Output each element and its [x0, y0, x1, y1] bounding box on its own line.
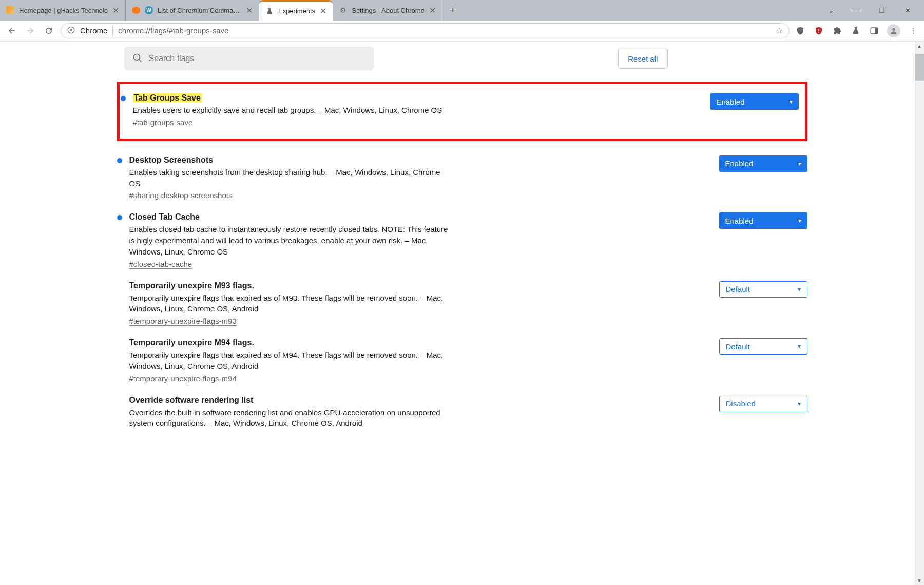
flag-row: Desktop ScreenshotsEnables taking screen…	[117, 149, 807, 207]
site-chip: Chrome	[80, 26, 107, 35]
flag-dot-col	[117, 338, 124, 383]
flag-dot-col	[117, 281, 124, 326]
toolbar-right-icons: ⋮	[795, 24, 919, 37]
chevron-down-icon: ▾	[798, 400, 801, 407]
chevron-down-icon: ▾	[798, 160, 801, 167]
tab-ghacks[interactable]: Homepage | gHacks Technolo ✕	[0, 0, 126, 21]
flag-description: Enables closed tab cache to instantaneou…	[129, 224, 451, 257]
tab-title: Experiments	[278, 7, 315, 15]
flag-hash-link[interactable]: #tab-groups-save	[133, 118, 193, 127]
window-controls: ⌄ ― ❐ ✕	[817, 7, 921, 14]
minimize-button[interactable]: ―	[850, 7, 862, 14]
flag-state-value: Enabled	[725, 217, 754, 225]
flag-info: Closed Tab CacheEnables closed tab cache…	[117, 212, 451, 268]
scroll-down-button[interactable]: ▼	[915, 576, 924, 585]
flags-list: Tab Groups SaveEnables users to explicit…	[117, 75, 807, 435]
flag-dot-col	[117, 396, 124, 430]
flag-state-select[interactable]: Enabled▾	[710, 93, 799, 110]
flag-info: Override software rendering listOverride…	[117, 396, 451, 430]
new-tab-button[interactable]: +	[445, 5, 460, 16]
svg-point-5	[133, 54, 140, 60]
flag-info: Temporarily unexpire M94 flags.Temporari…	[117, 338, 451, 383]
maximize-button[interactable]: ❐	[876, 7, 888, 14]
flag-hash-link[interactable]: #closed-tab-cache	[129, 260, 192, 269]
svg-line-6	[139, 59, 141, 62]
labs-flask-icon[interactable]	[850, 25, 861, 36]
flag-description: Enables users to explicitly save and rec…	[133, 105, 454, 116]
close-icon[interactable]: ✕	[246, 6, 253, 15]
url-text: chrome://flags/#tab-groups-save	[118, 26, 228, 35]
flag-row: Closed Tab CacheEnables closed tab cache…	[117, 206, 807, 275]
svg-point-1	[70, 29, 72, 31]
profile-avatar[interactable]	[887, 24, 900, 37]
address-bar[interactable]: Chrome chrome://flags/#tab-groups-save ☆	[61, 23, 790, 38]
back-button[interactable]	[5, 24, 18, 37]
bookmark-star-icon[interactable]: ☆	[776, 26, 783, 35]
flag-state-value: Enabled	[725, 159, 754, 168]
close-icon[interactable]: ✕	[112, 6, 119, 15]
flag-hash-link[interactable]: #sharing-desktop-screenshots	[129, 191, 233, 200]
flag-row: Override software rendering listOverride…	[117, 389, 807, 436]
extensions-icon[interactable]	[832, 25, 843, 36]
flag-title: Temporarily unexpire M93 flags.	[129, 281, 451, 290]
gear-icon: ⚙	[339, 6, 347, 14]
tab-title: Homepage | gHacks Technolo	[19, 7, 108, 14]
modified-dot-icon	[121, 96, 126, 101]
flags-search-box[interactable]	[124, 47, 374, 70]
flag-title: Desktop Screenshots	[129, 155, 451, 165]
close-window-button[interactable]: ✕	[901, 7, 914, 14]
reset-all-button[interactable]: Reset all	[618, 49, 667, 69]
scrollbar[interactable]: ▲ ▼	[915, 42, 924, 585]
flag-row: Temporarily unexpire M94 flags.Temporari…	[117, 332, 807, 389]
close-icon[interactable]: ✕	[429, 6, 436, 15]
tab-experiments[interactable]: Experiments ✕	[259, 0, 333, 21]
ublock-icon[interactable]	[795, 25, 806, 36]
flag-description: Temporarily unexpire flags that expired …	[129, 292, 451, 315]
flask-icon	[265, 7, 274, 15]
side-panel-icon[interactable]	[869, 25, 880, 36]
flags-search-input[interactable]	[149, 54, 365, 63]
flag-info: Temporarily unexpire M93 flags.Temporari…	[117, 281, 451, 326]
scroll-thumb[interactable]	[915, 54, 924, 81]
shield-red-icon[interactable]	[813, 25, 824, 36]
site-info-icon[interactable]	[67, 26, 75, 35]
flag-description: Overrides the built-in software renderin…	[129, 407, 451, 430]
flag-info: Desktop ScreenshotsEnables taking screen…	[117, 155, 451, 201]
flag-dot-col	[121, 93, 128, 127]
flag-description: Enables taking screenshots from the desk…	[129, 167, 451, 189]
favicon-dot	[132, 7, 140, 14]
flag-state-select[interactable]: Disabled▾	[719, 396, 807, 412]
flag-description: Temporarily unexpire flags that expired …	[129, 349, 451, 372]
flag-state-select[interactable]: Default▾	[719, 281, 807, 298]
tab-title: List of Chromium Command L	[158, 7, 241, 14]
scroll-up-button[interactable]: ▲	[915, 42, 924, 51]
chevron-down-icon[interactable]: ⌄	[824, 7, 837, 14]
flag-title: Closed Tab Cache	[129, 212, 451, 222]
flag-state-select[interactable]: Enabled▾	[719, 155, 807, 172]
tab-settings[interactable]: ⚙ Settings - About Chrome ✕	[333, 0, 442, 21]
flags-page: Reset all Tab Groups SaveEnables users t…	[117, 42, 807, 456]
flag-state-value: Enabled	[717, 98, 745, 106]
flag-state-value: Default	[726, 285, 750, 294]
modified-dot-icon	[117, 158, 122, 163]
forward-button[interactable]	[24, 24, 37, 37]
page-viewport: Reset all Tab Groups SaveEnables users t…	[0, 41, 924, 585]
svg-rect-3	[875, 28, 878, 34]
close-icon[interactable]: ✕	[320, 6, 326, 16]
favicon-wordpress: W	[145, 6, 153, 14]
flag-title: Override software rendering list	[129, 396, 451, 405]
reload-button[interactable]	[42, 24, 55, 37]
flag-state-select[interactable]: Default▾	[719, 338, 807, 355]
tab-chromium-list[interactable]: W List of Chromium Command L ✕	[126, 0, 259, 21]
browser-tab-strip: Homepage | gHacks Technolo ✕ W List of C…	[0, 0, 924, 21]
flag-hash-link[interactable]: #temporary-unexpire-flags-m94	[129, 374, 237, 383]
flag-state-value: Disabled	[726, 399, 756, 408]
flag-info: Tab Groups SaveEnables users to explicit…	[121, 93, 454, 127]
omnibox-separator	[112, 26, 113, 35]
favicon-ghacks	[6, 6, 14, 14]
flag-hash-link[interactable]: #temporary-unexpire-flags-m93	[129, 317, 237, 326]
kebab-menu-icon[interactable]: ⋮	[908, 25, 919, 36]
flag-state-select[interactable]: Enabled▾	[719, 212, 807, 229]
search-icon	[132, 53, 143, 65]
flag-row: Temporarily unexpire M93 flags.Temporari…	[117, 275, 807, 333]
